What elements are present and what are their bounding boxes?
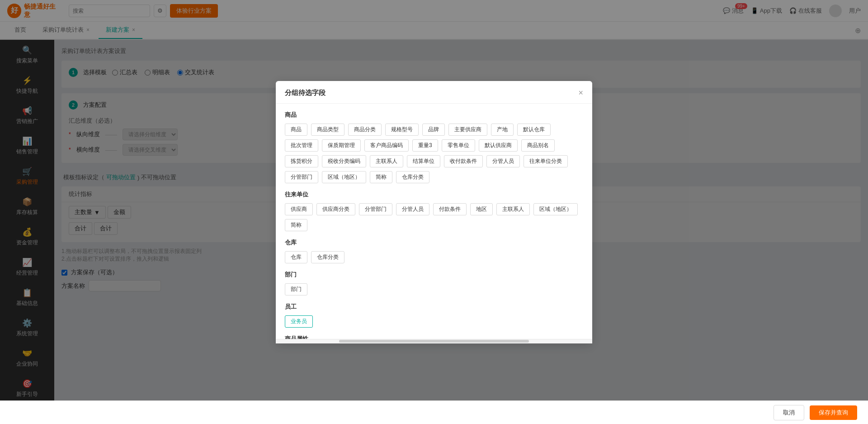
field-chip-unit-category[interactable]: 往来单位分类 [524,155,568,167]
field-grid-staff: 业务员 [285,315,583,328]
field-grid-dept: 部门 [285,283,583,295]
field-chip-supervisor[interactable]: 分管人员 [486,155,520,167]
field-chip-goods[interactable]: 商品 [285,124,307,136]
field-chip-goods-category[interactable]: 商品分类 [348,124,382,136]
modal-title: 分组待选字段 [285,89,326,97]
field-chip-main-supplier[interactable]: 主要供应商 [448,124,487,136]
field-chip-alias[interactable]: 商品别名 [521,139,555,152]
field-chip-pick-points[interactable]: 拣货积分 [285,155,318,167]
section-title-counterpart: 往来单位 [285,191,583,199]
field-chip-payment-cond[interactable]: 付款条件 [433,203,467,215]
field-chip-supplier[interactable]: 供应商 [285,203,313,215]
field-chip-supplier-category[interactable]: 供应商分类 [316,203,355,215]
field-chip-supervisor2[interactable]: 分管人员 [396,203,429,215]
field-grid-counterpart: 供应商 供应商分类 分管部门 分管人员 付款条件 地区 主联系人 区域（地区） … [285,203,583,231]
section-title-dept: 部门 [285,271,583,279]
field-grid-warehouse: 仓库 仓库分类 [285,251,583,263]
field-chip-payment-terms[interactable]: 收付款条件 [444,155,483,167]
field-chip-mgmt-dept[interactable]: 分管部门 [285,171,318,183]
field-chip-default-supplier[interactable]: 默认供应商 [479,139,518,152]
section-title-product-attr: 商品属性 [285,335,583,339]
field-grid-product: 商品 商品类型 商品分类 规格型号 品牌 主要供应商 产地 默认仓库 批次管理 … [285,124,583,183]
field-chip-retail-unit[interactable]: 零售单位 [442,139,475,152]
field-chip-spec-type[interactable]: 规格型号 [385,124,419,136]
field-chip-expiry-mgmt[interactable]: 保质期管理 [322,139,361,152]
cancel-button[interactable]: 取消 [774,405,804,420]
save-query-button[interactable]: 保存并查询 [810,405,857,420]
field-chip-customer-code[interactable]: 客户商品编码 [364,139,409,152]
field-chip-region2[interactable]: 地区 [470,203,493,215]
field-chip-settlement-unit[interactable]: 结算单位 [407,155,440,167]
field-chip-warehouse-category[interactable]: 仓库分类 [396,171,429,183]
bottom-action-bar: 取消 保存并查询 [0,400,868,424]
modal-header: 分组待选字段 × [276,81,592,104]
modal-close-button[interactable]: × [578,88,583,98]
field-chip-wh-category[interactable]: 仓库分类 [311,251,344,263]
field-chip-weight3[interactable]: 重量3 [412,139,438,152]
field-chip-goods-type[interactable]: 商品类型 [311,124,344,136]
field-select-modal: 分组待选字段 × 商品 商品 商品类型 商品分类 规格型号 品牌 主要供应商 产… [276,81,592,343]
field-chip-dept2[interactable]: 分管部门 [359,203,392,215]
modal-overlay: 分组待选字段 × 商品 商品 商品类型 商品分类 规格型号 品牌 主要供应商 产… [0,0,868,424]
field-chip-short-name2[interactable]: 简称 [285,219,307,231]
field-chip-origin[interactable]: 产地 [491,124,514,136]
field-chip-salesperson[interactable]: 业务员 [285,315,313,328]
field-chip-tax-code[interactable]: 税收分类编码 [322,155,366,167]
field-chip-contact2[interactable]: 主联系人 [496,203,530,215]
field-chip-short-name[interactable]: 简称 [370,171,392,183]
section-title-warehouse: 仓库 [285,238,583,247]
field-chip-region[interactable]: 区域（地区） [322,171,366,183]
field-chip-department[interactable]: 部门 [285,283,307,295]
field-chip-contact[interactable]: 主联系人 [370,155,403,167]
section-title-product: 商品 [285,111,583,119]
modal-body[interactable]: 商品 商品 商品类型 商品分类 规格型号 品牌 主要供应商 产地 默认仓库 批次… [276,104,592,339]
section-title-staff: 员工 [285,303,583,311]
field-chip-default-warehouse[interactable]: 默认仓库 [517,124,551,136]
field-chip-region-area[interactable]: 区域（地区） [533,203,578,215]
field-chip-wh[interactable]: 仓库 [285,251,307,263]
field-chip-batch-mgmt[interactable]: 批次管理 [285,139,318,152]
field-chip-brand[interactable]: 品牌 [422,124,445,136]
modal-horizontal-scrollbar[interactable] [276,339,592,343]
